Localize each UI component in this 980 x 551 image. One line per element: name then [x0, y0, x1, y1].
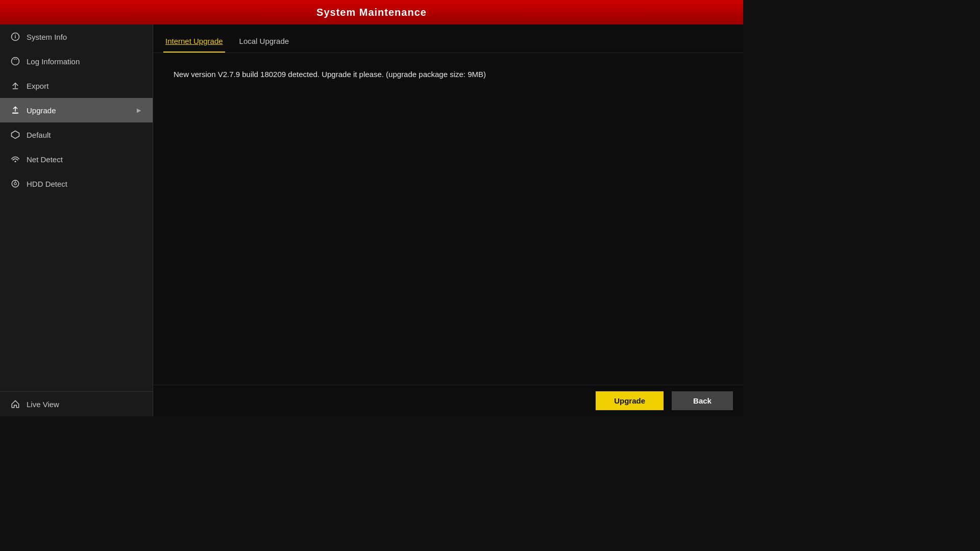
tabs-bar: Internet Upgrade Local Upgrade — [153, 24, 743, 53]
sidebar-item-label: Export — [27, 82, 48, 90]
log-icon — [10, 56, 20, 66]
default-icon — [10, 130, 20, 140]
sidebar-item-live-view[interactable]: Live View — [0, 392, 153, 416]
tab-local-upgrade[interactable]: Local Upgrade — [237, 33, 291, 53]
sidebar-bottom-label: Live View — [27, 400, 59, 409]
net-icon — [10, 154, 20, 164]
upgrade-message: New version V2.7.9 build 180209 detected… — [174, 68, 723, 81]
svg-point-9 — [14, 183, 17, 185]
content-area: Internet Upgrade Local Upgrade New versi… — [153, 24, 743, 416]
arrow-icon: ► — [135, 106, 142, 114]
sidebar: System Info Log Information Export Upgra… — [0, 24, 153, 416]
export-icon — [10, 81, 20, 91]
upgrade-button[interactable]: Upgrade — [596, 391, 664, 410]
svg-point-2 — [15, 35, 16, 36]
bottom-bar: Upgrade Back — [153, 385, 743, 416]
page-title: System Maintenance — [316, 7, 427, 18]
sidebar-item-label: Net Detect — [27, 155, 63, 164]
sidebar-item-log-information[interactable]: Log Information — [0, 49, 153, 73]
info-icon — [10, 32, 20, 42]
sidebar-item-label: Log Information — [27, 57, 80, 66]
sidebar-item-hdd-detect[interactable]: HDD Detect — [0, 171, 153, 196]
main-layout: System Info Log Information Export Upgra… — [0, 24, 743, 416]
sidebar-item-system-info[interactable]: System Info — [0, 24, 153, 49]
hdd-icon — [10, 179, 20, 189]
sidebar-item-label: Default — [27, 131, 51, 139]
sidebar-item-label: Upgrade — [27, 106, 56, 115]
tab-internet-upgrade[interactable]: Internet Upgrade — [163, 33, 225, 53]
sidebar-item-export[interactable]: Export — [0, 73, 153, 98]
svg-point-7 — [15, 161, 16, 162]
upgrade-icon — [10, 105, 20, 115]
sidebar-item-default[interactable]: Default — [0, 122, 153, 147]
sidebar-item-upgrade[interactable]: Upgrade ► — [0, 98, 153, 122]
sidebar-item-net-detect[interactable]: Net Detect — [0, 147, 153, 171]
home-icon — [10, 399, 20, 409]
title-bar: System Maintenance — [0, 0, 743, 24]
svg-rect-6 — [12, 113, 18, 114]
svg-point-3 — [12, 58, 19, 65]
sidebar-bottom: Live View — [0, 391, 153, 416]
sidebar-item-label: System Info — [27, 33, 67, 41]
back-button[interactable]: Back — [672, 391, 733, 410]
content-body: New version V2.7.9 build 180209 detected… — [153, 53, 743, 385]
sidebar-item-label: HDD Detect — [27, 180, 67, 188]
